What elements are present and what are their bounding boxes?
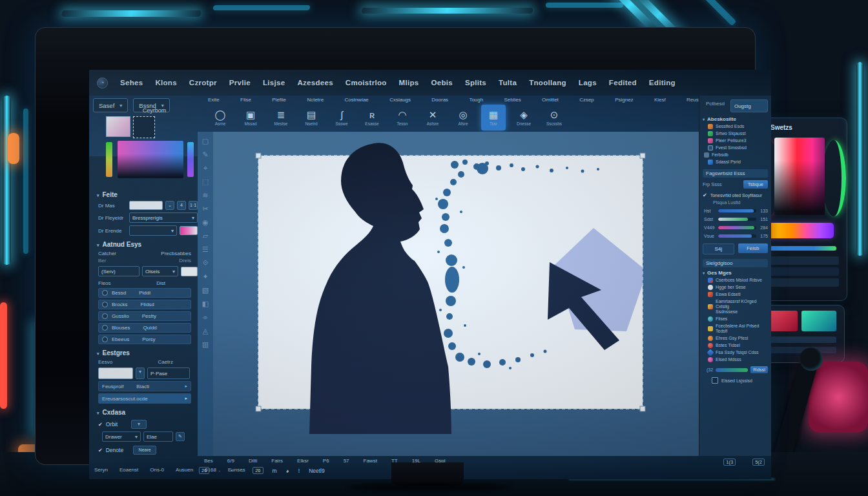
option-row[interactable]: GusslioPestty	[98, 311, 191, 321]
menu-item[interactable]: Lags	[579, 79, 597, 87]
tab-selected[interactable]: Ougstg	[730, 99, 768, 112]
color-picker-gradient[interactable]	[118, 141, 183, 178]
tool-icon[interactable]: ◬	[203, 327, 208, 335]
tool-icon[interactable]: ☰	[202, 245, 209, 253]
tool-pen-icon[interactable]: ∫Ssswe	[329, 105, 354, 130]
menu-item[interactable]: Cmoistrloo	[346, 79, 387, 87]
tool-icon[interactable]: ✎	[202, 150, 208, 158]
ratio-button[interactable]: 1·1	[189, 201, 198, 210]
edit-icon[interactable]: ✎	[176, 432, 185, 441]
tool-frame-icon[interactable]: ▤Nsetrd	[299, 105, 324, 130]
checkbox-orbit[interactable]: Orbit	[98, 420, 198, 429]
layer-row[interactable]: Elsed Mdsss	[708, 357, 768, 362]
layer-row[interactable]: Eswa Edsetl	[708, 292, 768, 297]
tool-circle-icon[interactable]: ◎Afsre	[451, 105, 475, 130]
dropdown-button[interactable]	[131, 420, 147, 429]
slider-hue[interactable]: Hst 133	[704, 209, 768, 213]
menu-item[interactable]: Mlips	[399, 79, 419, 87]
layer-row[interactable]: Fcecbslere Asi Prlsed Tedsfl	[708, 324, 768, 334]
hue-strip-right[interactable]	[187, 142, 194, 177]
menu-item[interactable]: Splits	[465, 79, 486, 87]
hue-strip-left[interactable]	[106, 142, 112, 177]
canvas-workspace[interactable]	[213, 132, 699, 456]
stepper-button[interactable]: ⌄	[165, 201, 174, 210]
elae-field[interactable]: Elae	[143, 431, 173, 442]
checkbox-denote[interactable]: Denote Neare	[98, 446, 198, 455]
menu-item[interactable]: Azesdees	[297, 79, 333, 87]
grid-toggle-icon[interactable]: 26	[253, 467, 263, 474]
color-field[interactable]	[98, 367, 133, 379]
drawer-select[interactable]: Drawer	[102, 431, 141, 442]
clock-icon[interactable]: ◔	[229, 468, 232, 474]
layer-row[interactable]: Ehres Gsy Pfesl	[708, 336, 768, 341]
tool-icon[interactable]: ▧	[202, 286, 209, 294]
reset-button[interactable]: Feisb	[738, 243, 769, 253]
tool-image-icon[interactable]: ▣Mssad	[238, 105, 263, 130]
tool-icon[interactable]: ▢	[202, 137, 209, 145]
radio-icon[interactable]	[102, 325, 108, 331]
menu-item[interactable]: Prvlie	[229, 79, 251, 87]
menu-item[interactable]: Tnoollang	[529, 79, 566, 87]
value-chip[interactable]: Neare	[133, 446, 156, 455]
tree-item[interactable]: Ferbsdb	[704, 152, 768, 158]
mode-select[interactable]: Oiseis	[142, 266, 178, 276]
gradient-select[interactable]	[129, 225, 177, 236]
grid-toggle-icon[interactable]: 26	[199, 467, 209, 474]
blend-mode-select[interactable]: Bressprerigis	[129, 212, 198, 223]
stepper-button[interactable]: 4	[177, 201, 186, 210]
tool-shape-icon[interactable]: ◯Asme	[208, 105, 232, 130]
tool-curve-icon[interactable]: ʀEsasse	[360, 105, 384, 130]
tool-icon[interactable]: ⌯	[203, 313, 209, 321]
layer-row[interactable]: Hgge ber Sese	[708, 285, 768, 290]
dropdown-button[interactable]	[136, 367, 145, 379]
layer-bar[interactable]: Ereusarsoscut.ocde ▸	[98, 393, 191, 404]
layer-row[interactable]: Eamrtassrsf KOrged CxtsilgSsdnssese	[708, 299, 768, 315]
tool-target-icon[interactable]: ⊙Sscssbs	[542, 105, 566, 130]
tree-item[interactable]: Srtwo Slqausst	[708, 131, 768, 136]
tree-group-title[interactable]: Abeskosilte	[703, 116, 768, 122]
foreground-swatch[interactable]	[106, 116, 130, 137]
option-row[interactable]: BessdPiddl	[98, 288, 191, 298]
menu-item[interactable]: Czrotpr	[189, 79, 217, 87]
slider-vibrance[interactable]: Vsue 175	[704, 234, 768, 238]
radio-icon[interactable]	[102, 290, 108, 296]
tree-group-title[interactable]: Ges Mges	[703, 270, 768, 276]
tool-icon[interactable]: ▥	[202, 340, 209, 348]
menu-item[interactable]: Fedited	[609, 79, 637, 87]
history-icon[interactable]: ◕	[286, 468, 289, 474]
tool-icon[interactable]: ✦	[202, 273, 208, 280]
checkbox-label[interactable]: Tonesvrtid oted Soyfilasur	[710, 193, 762, 198]
tab[interactable]: Pctbesd	[703, 99, 728, 112]
layer-row[interactable]: Cserbces Msiod Rdsve	[708, 278, 768, 283]
tree-item[interactable]: Fvest Smssbsd	[708, 145, 768, 150]
font-field[interactable]: P·Pase	[147, 367, 190, 379]
option-row[interactable]: BlousesQuidd	[98, 323, 191, 333]
apply-button[interactable]: Tsbque	[743, 180, 768, 189]
layer-bar[interactable]: FeusproifBiacti ▸	[98, 381, 191, 391]
tree-item[interactable]: Sdassl Psrid	[708, 160, 768, 165]
slider-saturation[interactable]: Sdst 151	[704, 217, 768, 222]
radio-icon[interactable]	[102, 313, 108, 319]
page-indicator[interactable]: 5(2	[752, 459, 765, 466]
tree-item[interactable]: Pleer Pelisure3	[708, 138, 768, 143]
tool-icon[interactable]: ⟐	[203, 259, 209, 267]
menu-item[interactable]: Editing	[649, 79, 676, 87]
tool-icon[interactable]: ⌖	[203, 164, 207, 172]
checkbox-icon[interactable]	[712, 377, 718, 384]
tool-icon[interactable]: ◧	[202, 300, 209, 307]
tool-active-icon[interactable]: ▦Tssr	[481, 105, 506, 130]
white-swatch[interactable]	[181, 267, 198, 276]
set-button[interactable]: S4j	[703, 243, 734, 254]
tool-icon[interactable]: ◉	[202, 218, 209, 226]
tool-layers-icon[interactable]: ≣Mestse	[269, 105, 293, 130]
layer-row[interactable]: Flises	[708, 316, 768, 322]
value-input[interactable]	[129, 201, 163, 210]
slider-value[interactable]: V449 284	[704, 225, 768, 230]
menu-item[interactable]: Lisjse	[263, 79, 285, 87]
option-row[interactable]: EbeeusPorsy	[98, 335, 191, 344]
tool-cut-icon[interactable]: ✕Asfsre	[420, 105, 445, 130]
radio-icon[interactable]	[102, 302, 108, 307]
tool-icon[interactable]: ✂	[202, 205, 208, 212]
marquee-swatch[interactable]	[133, 116, 155, 138]
tool-diamond-icon[interactable]: ◈Dnesse	[512, 105, 536, 130]
